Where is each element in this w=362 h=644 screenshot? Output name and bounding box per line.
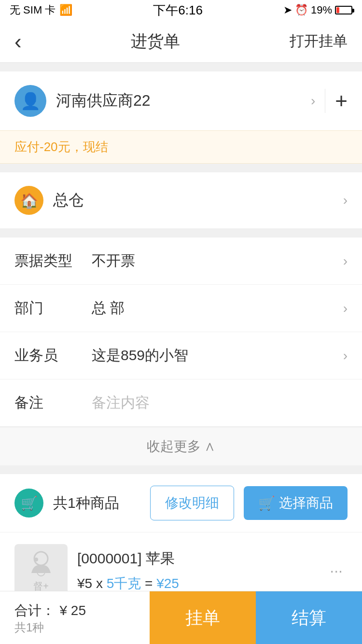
supplier-card: 👤 河南供应商22 › + 应付-20元，现结 <box>0 71 362 164</box>
form-row-invoice[interactable]: 票据类型 不开票 › <box>0 238 362 285</box>
total-amount: 合计： ¥ 25 <box>14 600 150 620</box>
add-supplier-button[interactable]: + <box>335 89 348 113</box>
form-card: 票据类型 不开票 › 部门 总 部 › 业务员 这是859的小智 › 备注 备注… <box>0 238 362 427</box>
department-chevron-icon: › <box>343 301 348 316</box>
content-area: 👤 河南供应商22 › + 应付-20元，现结 🏠 总仓 › 票据类型 不开票 <box>0 63 362 644</box>
vertical-divider <box>325 89 325 113</box>
bottom-bar: 合计： ¥ 25 共1种 挂单 结算 <box>0 591 362 644</box>
page-title: 进货单 <box>131 30 180 53</box>
supplier-chevron-icon: › <box>311 93 315 109</box>
invoice-type-label: 票据类型 <box>14 251 92 271</box>
status-right: ➤ ⏰ 19% <box>283 4 352 16</box>
total-count: 共1种 <box>14 620 150 635</box>
form-row-note[interactable]: 备注 备注内容 <box>0 379 362 427</box>
products-header: 🛒 共1种商品 修改明细 🛒 选择商品 <box>0 474 362 532</box>
section-sep-4 <box>0 465 362 474</box>
product-name: [0000001] 苹果 <box>77 549 315 569</box>
price-equal: = <box>145 576 156 591</box>
product-thumbnail: 督+ <box>14 544 68 597</box>
section-sep-2 <box>0 164 362 172</box>
status-left: 无 SIM 卡 📶 <box>10 3 72 17</box>
supplier-row[interactable]: 👤 河南供应商22 › + <box>0 71 362 130</box>
status-bar: 无 SIM 卡 📶 下午6:16 ➤ ⏰ 19% <box>0 0 362 20</box>
checkout-button[interactable]: 结算 <box>256 591 362 644</box>
product-info: [0000001] 苹果 ¥5 x 5千克 = ¥25 <box>77 549 315 593</box>
total-symbol: ¥ <box>59 603 70 618</box>
product-price: ¥5 x 5千克 = ¥25 <box>77 574 315 593</box>
warehouse-emoji: 🏠 <box>20 192 38 209</box>
warehouse-chevron-icon: › <box>343 193 348 208</box>
note-value: 备注内容 <box>92 393 348 413</box>
select-product-button[interactable]: 🛒 选择商品 <box>244 486 348 520</box>
total-label: 合计： <box>14 603 55 618</box>
department-value: 总 部 <box>92 298 338 318</box>
salesperson-value: 这是859的小智 <box>92 346 338 365</box>
cart-icon: 🛒 <box>21 495 38 511</box>
product-placeholder-icon <box>27 549 56 578</box>
warehouse-name: 总仓 <box>53 190 338 211</box>
battery-text: 19% <box>311 4 332 16</box>
price-multiply: x <box>96 576 107 591</box>
status-time: 下午6:16 <box>153 2 203 19</box>
warehouse-icon: 🏠 <box>14 186 43 215</box>
collapse-bar[interactable]: 收起更多 ∧ <box>0 427 362 465</box>
products-card: 🛒 共1种商品 修改明细 🛒 选择商品 督+ <box>0 474 362 609</box>
note-label: 备注 <box>14 393 92 413</box>
info-text: 应付-20元，现结 <box>14 140 108 154</box>
form-row-department[interactable]: 部门 总 部 › <box>0 285 362 332</box>
select-cart-icon: 🛒 <box>258 495 275 511</box>
department-label: 部门 <box>14 298 92 318</box>
product-thumb-placeholder: 督+ <box>27 549 56 593</box>
wifi-icon: 📶 <box>59 4 72 16</box>
product-count-icon: 🛒 <box>14 489 43 518</box>
total-value: 25 <box>71 603 86 618</box>
battery-icon <box>335 6 352 14</box>
warehouse-row[interactable]: 🏠 总仓 › <box>0 172 362 229</box>
info-banner: 应付-20元，现结 <box>0 130 362 164</box>
hang-order-button[interactable]: 挂单 <box>150 591 256 644</box>
price-value: ¥5 <box>77 576 92 591</box>
location-icon: ➤ <box>283 4 292 16</box>
invoice-type-value: 不开票 <box>92 251 338 271</box>
quantity-value: 5千克 <box>107 576 141 591</box>
salesperson-chevron-icon: › <box>343 348 348 364</box>
select-product-label: 选择商品 <box>279 494 333 512</box>
section-sep-3 <box>0 229 362 238</box>
total-price: ¥25 <box>156 576 179 591</box>
alarm-icon: ⏰ <box>295 4 308 16</box>
supplier-avatar: 👤 <box>14 85 46 117</box>
avatar-icon: 👤 <box>20 91 41 111</box>
back-button[interactable]: ‹ <box>14 29 22 54</box>
carrier-text: 无 SIM 卡 <box>10 3 56 17</box>
warehouse-card: 🏠 总仓 › <box>0 172 362 229</box>
product-count-text: 共1种商品 <box>53 493 140 513</box>
total-section: 合计： ¥ 25 共1种 <box>0 591 150 644</box>
salesperson-label: 业务员 <box>14 346 92 365</box>
open-pending-button[interactable]: 打开挂单 <box>290 31 348 51</box>
invoice-chevron-icon: › <box>343 253 348 269</box>
collapse-label: 收起更多 ∧ <box>147 437 216 456</box>
section-sep-1 <box>0 63 362 71</box>
form-row-salesperson[interactable]: 业务员 这是859的小智 › <box>0 332 362 379</box>
product-more-button[interactable]: ··· <box>325 557 348 585</box>
supplier-name: 河南供应商22 <box>56 90 306 112</box>
nav-bar: ‹ 进货单 打开挂单 <box>0 20 362 63</box>
edit-detail-button[interactable]: 修改明细 <box>150 486 234 520</box>
svg-point-1 <box>34 558 38 561</box>
